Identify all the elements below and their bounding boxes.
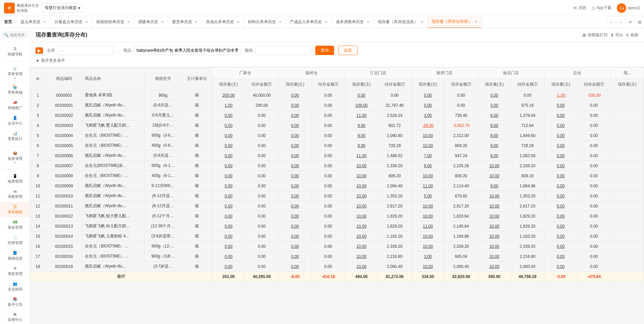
sidebar-item-apps[interactable]: 🛠 应用中心 (0, 310, 30, 324)
cell-nanan-cur[interactable]: 11.00 (411, 221, 444, 231)
cell-nanan-cur[interactable]: 7.00 (411, 151, 444, 161)
cell-nanan-cur[interactable]: 11.00 (411, 181, 444, 191)
tab-zuhe[interactable]: 组装拆卸单历史 ✕ (92, 16, 134, 28)
sidebar-item-collab[interactable]: 👥 企业协同 (0, 279, 30, 294)
cell-nanan-cur[interactable]: 9.00 (411, 161, 444, 171)
cell-lucun-cur[interactable]: 0.00 (278, 141, 312, 151)
tab-close-icon[interactable]: ✕ (475, 20, 477, 24)
cell-jiangbei-cur[interactable]: 10.00 (345, 262, 378, 272)
tab-close-icon[interactable]: ✕ (43, 20, 46, 24)
cell-zong-cur[interactable]: 0.00 (544, 100, 577, 110)
cell-lucun-cur[interactable]: 0.00 (278, 161, 312, 171)
sidebar-item-retail-manage[interactable]: 🛒 零售管理 ▲ (0, 64, 30, 82)
tab-yaohuo[interactable]: 要货单历史 ✕ (168, 16, 202, 28)
cell-zong-cur[interactable]: 0.00 (544, 262, 577, 272)
message-btn[interactable]: ✉ 消息 (574, 5, 586, 11)
cell-jiangbei-cur[interactable]: 10.00 (345, 231, 378, 241)
tab-close-all-btn[interactable]: ✕ (625, 16, 635, 28)
cell-yubei-cur[interactable]: 10.00 (478, 161, 511, 171)
cell-lucun-cur[interactable]: 0.00 (278, 171, 312, 181)
goods-input[interactable] (133, 46, 241, 55)
cell-nanan-cur[interactable]: 0.00 (411, 90, 444, 100)
cell-zong-cur[interactable]: 0.00 (544, 171, 577, 181)
cell-jiangbei-cur[interactable]: 9.00 (345, 121, 378, 131)
cell-nanan-cur[interactable]: 0.00 (411, 100, 444, 110)
cell-nanan-cur[interactable]: 10.00 (411, 171, 444, 181)
cell-nanan-cur[interactable]: 10.00 (411, 241, 444, 251)
cell-zong-cur[interactable]: 0.00 (544, 201, 577, 211)
cell-lucun-cur[interactable]: 0.00 (278, 110, 312, 121)
tab-home[interactable]: 首页 (0, 16, 16, 28)
tab-close-icon[interactable]: ✕ (237, 20, 239, 24)
cell-zong-cur[interactable]: 0.00 (544, 131, 577, 141)
cell-lucun-cur[interactable]: 0.00 (278, 191, 312, 201)
cell-changjia-cur[interactable]: 0.00 (212, 262, 245, 272)
sidebar-item-member[interactable]: 👤 会员中心 (0, 113, 30, 129)
cell-lucun-cur[interactable]: 0.00 (278, 201, 312, 211)
cell-changjia-cur[interactable]: 0.00 (212, 181, 245, 191)
sidebar-item-ecom[interactable]: 📱 电商管理 (0, 171, 30, 187)
cell-yubei-cur[interactable]: 8.00 (478, 151, 511, 161)
cell-jiangbei-cur[interactable]: 10.00 (345, 181, 378, 191)
warehouse-input[interactable] (57, 46, 113, 55)
cell-yubei-cur[interactable]: 10.00 (478, 251, 511, 262)
cell-yubei-cur[interactable]: 10.00 (478, 221, 511, 231)
export-btn[interactable]: ⬆ 导出 (610, 32, 623, 38)
cell-yubei-cur[interactable]: 10.00 (478, 262, 511, 272)
cell-zong-cur[interactable]: 0.00 (544, 161, 577, 171)
cell-yubei-cur[interactable]: 10.00 (478, 171, 511, 181)
sidebar-item-finance[interactable]: 💵 资金管理 (0, 217, 30, 233)
cell-zong-cur[interactable]: 0.00 (544, 221, 577, 231)
cell-changjia-cur[interactable]: 0.00 (212, 201, 245, 211)
cell-changjia-cur[interactable]: 0.00 (212, 251, 245, 262)
cell-nanan-cur[interactable]: 10.00 (411, 262, 444, 272)
tab-xiancunzhuang[interactable]: 现存量（库存状况表） ✕ (374, 16, 428, 28)
cell-changjia-cur[interactable]: 0.00 (212, 231, 245, 241)
sidebar-item-basics[interactable]: 📘 基础信息 (0, 248, 30, 264)
cell-nanan-cur[interactable]: -39.00 (411, 121, 444, 131)
color-input[interactable] (255, 46, 311, 55)
tab-close-icon[interactable]: ✕ (367, 20, 369, 24)
tab-close-icon[interactable]: ✕ (325, 20, 327, 24)
cell-yubei-cur[interactable]: 8.00 (478, 131, 511, 141)
sidebar-item-guide[interactable]: 📚 新手引导 (0, 294, 30, 310)
tab-close-icon[interactable]: ✕ (195, 20, 198, 24)
cell-lucun-cur[interactable]: 0.00 (278, 151, 312, 161)
print-btn[interactable]: 🖶 按模版打印 (582, 32, 608, 38)
tab-cailiaochu[interactable]: 材料出库单历史 ✕ (244, 16, 286, 28)
cell-yubei-cur[interactable]: 9.00 (478, 181, 511, 191)
app-download-btn[interactable]: ◻ App下载 (592, 5, 611, 11)
cell-zong-cur[interactable]: -1.00 (544, 90, 577, 100)
cell-jiangbei-cur[interactable]: 109.00 (345, 100, 378, 110)
cell-changjia-cur[interactable]: 1.00 (212, 100, 245, 110)
sidebar-item-system[interactable]: ⚙ 系统管理 (0, 264, 30, 279)
cell-changjia-cur[interactable]: 0.00 (212, 241, 245, 251)
cell-jiangbei-cur[interactable]: 11.00 (345, 151, 378, 161)
cell-changjia-cur[interactable]: 0.00 (212, 191, 245, 201)
cell-zong-cur[interactable]: 0.00 (544, 231, 577, 241)
cell-jiangbei-cur[interactable]: 10.00 (345, 251, 378, 262)
cell-lucun-cur[interactable]: 0.00 (278, 100, 312, 110)
cell-lucun-cur[interactable]: 0.00 (278, 221, 312, 231)
cell-yubei-cur[interactable]: 8.00 (478, 121, 511, 131)
cell-yubei-cur[interactable]: 10.00 (478, 201, 511, 211)
cell-nanan-cur[interactable]: 3.00 (411, 110, 444, 121)
user-profile[interactable]: Ea demo2 (617, 3, 640, 13)
cell-yubei-cur[interactable]: 10.00 (478, 241, 511, 251)
cell-lucun-cur[interactable]: 0.00 (278, 251, 312, 262)
sidebar-item-retail-stats[interactable]: 📊 零售统计 (0, 129, 30, 144)
industry-selector[interactable]: 母婴行业演示账套 ▾ (42, 3, 83, 12)
cell-lucun-cur[interactable]: 0.00 (278, 121, 312, 131)
tab-close-icon[interactable]: ✕ (279, 20, 281, 24)
cell-nanan-cur[interactable]: 10.00 (411, 201, 444, 211)
search-button[interactable]: 查询 (315, 46, 334, 55)
cell-changjia-cur[interactable]: 0.00 (212, 110, 245, 121)
tab-close-icon[interactable]: ✕ (127, 20, 130, 24)
filter-expand-toggle[interactable]: ▶ (36, 47, 43, 54)
cell-jiangbei-cur[interactable]: 10.00 (345, 221, 378, 231)
cell-zong-cur[interactable]: 0.00 (544, 141, 577, 151)
cell-nanan-cur[interactable]: 10.00 (411, 231, 444, 241)
cell-lucun-cur[interactable]: 0.00 (278, 231, 312, 241)
sidebar-item-retail-shop[interactable]: 🏪 零售商城 (0, 82, 30, 98)
cell-jiangbei-cur[interactable]: 10.00 (345, 201, 378, 211)
